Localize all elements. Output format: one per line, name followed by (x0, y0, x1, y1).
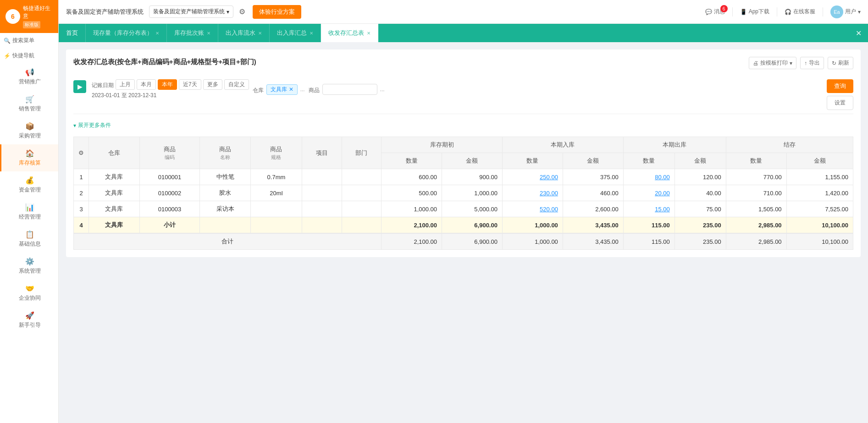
online-service-button[interactable]: 🎧 在线客服 (785, 8, 815, 16)
message-icon: 💬 (705, 9, 712, 15)
table-row: 1文具库0100001中性笔0.7mm600.00900.00250.00375… (74, 169, 853, 185)
table-row: 4文具库小计2,100.006,900.001,000.003,435.0011… (74, 217, 853, 234)
cell-out-qty[interactable]: 15.00 (623, 201, 674, 217)
tab-stock-dist-label: 现存量（库存分布表） (93, 29, 153, 37)
sidebar-label-operations: 经营管理 (19, 213, 41, 221)
divider-3 (823, 7, 823, 16)
filter-toggle-button[interactable]: ▶ (73, 80, 86, 93)
table-row: 3文具库0100003采访本1,000.005,000.00520.002,60… (74, 201, 853, 217)
warehouse-tag[interactable]: 文具库 ✕ (266, 84, 298, 95)
tab-batch[interactable]: 库存批次账 ✕ (167, 24, 218, 42)
cell-department (342, 169, 381, 185)
th-opening-amt: 金额 (442, 153, 503, 169)
topbar-right: 💬 消息 6 📱 App下载 🎧 在线客服 Ea 用户 ▾ (705, 5, 861, 18)
tab-stock-dist[interactable]: 现存量（库存分布表） ✕ (86, 24, 167, 42)
cell-opening-amt: 5,000.00 (442, 201, 503, 217)
cell-in-qty[interactable]: 250.00 (502, 169, 563, 185)
cell-balance-amt: 10,100.00 (786, 217, 853, 234)
tabs-bar-close-all[interactable]: ✕ (849, 24, 868, 42)
tab-inout-flow-close[interactable]: ✕ (258, 31, 262, 36)
tab-recv-send-close[interactable]: ✕ (367, 31, 370, 36)
cell-project (302, 217, 342, 234)
goods-filter-more[interactable]: ... (380, 86, 385, 93)
warehouse-tag-close-icon[interactable]: ✕ (289, 86, 293, 93)
sidebar-item-finance[interactable]: 💰 资金管理 (0, 171, 58, 198)
footer-in-amt: 3,435.00 (563, 233, 623, 250)
footer-opening-qty: 2,100.00 (381, 233, 442, 250)
cell-warehouse: 文具库 (89, 217, 140, 234)
user-chevron-icon: ▾ (858, 9, 861, 15)
message-button[interactable]: 💬 消息 6 (705, 8, 725, 16)
sidebar-item-base[interactable]: 📋 基础信息 (0, 225, 58, 253)
th-out-amt: 金额 (674, 153, 726, 169)
cell-out-qty[interactable]: 80.00 (623, 169, 674, 185)
goods-filter: 商品 ... (309, 84, 385, 95)
cell-project (302, 201, 342, 217)
th-settings[interactable]: ⚙ (74, 137, 89, 169)
sidebar-item-system[interactable]: ⚙️ 系统管理 (0, 253, 58, 280)
settings-button[interactable]: 设置 (827, 96, 853, 110)
th-group-opening: 库存期初 (381, 137, 503, 153)
cell-department (342, 185, 381, 201)
divider-2 (777, 7, 777, 16)
cell-index: 4 (74, 217, 89, 234)
sidebar-quicknav-item[interactable]: ⚡ 快捷导航 (0, 48, 58, 63)
warehouse-filter-more[interactable]: ... (300, 86, 305, 93)
search-label: 搜索菜单 (12, 37, 34, 44)
date-last-month[interactable]: 上月 (116, 79, 135, 90)
query-button[interactable]: 查询 (827, 79, 853, 93)
table-row: 2文具库0100002胶水20ml500.001,000.00230.00460… (74, 185, 853, 201)
sidebar-item-sales[interactable]: 🛒 销售管理 (0, 90, 58, 117)
date-custom[interactable]: 自定义 (224, 79, 249, 90)
cell-in-qty[interactable]: 520.00 (502, 201, 563, 217)
tab-stock-dist-close[interactable]: ✕ (155, 31, 159, 36)
sidebar-item-purchase[interactable]: 📦 采购管理 (0, 117, 58, 144)
expand-more-button[interactable]: ▾ 展开更多条件 (73, 120, 853, 131)
th-goods-name: 商品名称 (200, 137, 251, 169)
sidebar-item-inventory[interactable]: 🏠 库存核算 (0, 144, 58, 171)
page-title: 收发存汇总表(按仓库+商品编码+商品+规格型号+项目+部门) (73, 58, 256, 66)
user-menu[interactable]: Ea 用户 ▾ (830, 5, 861, 18)
print-chevron-icon: ▾ (790, 60, 792, 66)
print-button[interactable]: 🖨 按模板打印 ▾ (749, 57, 796, 69)
refresh-button[interactable]: ↻ 刷新 (828, 57, 853, 69)
cell-in-qty[interactable]: 230.00 (502, 185, 563, 201)
date-more[interactable]: 更多 (203, 79, 222, 90)
search-icon: 🔍 (4, 38, 11, 44)
trial-button[interactable]: 体验行业方案 (253, 5, 301, 19)
th-out-qty: 数量 (623, 153, 674, 169)
cell-goods-name (200, 217, 251, 234)
sidebar-search-item[interactable]: 🔍 搜索菜单 (0, 33, 58, 48)
cell-warehouse: 文具库 (89, 201, 140, 217)
logo-text: 畅捷通好生意 标准版 (23, 5, 53, 28)
table-gear-icon[interactable]: ⚙ (78, 149, 84, 156)
date-this-month[interactable]: 本月 (137, 79, 156, 90)
tab-home[interactable]: 首页 (59, 24, 86, 42)
cell-warehouse: 文具库 (89, 169, 140, 185)
footer-out-qty: 115.00 (623, 233, 674, 250)
sidebar-item-operations[interactable]: 📊 经营管理 (0, 198, 58, 225)
tab-batch-close[interactable]: ✕ (207, 31, 210, 36)
date-7days[interactable]: 近7天 (179, 79, 201, 90)
cell-goods-code: 0100002 (139, 185, 200, 201)
sidebar-item-marketing[interactable]: 📢 营销推广 (0, 63, 58, 90)
tab-recv-send[interactable]: 收发存汇总表 ✕ (321, 24, 378, 42)
goods-input[interactable] (322, 84, 377, 95)
cell-out-qty[interactable]: 20.00 (623, 185, 674, 201)
tab-inout-summary[interactable]: 出入库汇总 ✕ (270, 24, 321, 42)
gear-icon[interactable]: ⚙ (239, 7, 245, 16)
app-download-button[interactable]: 📱 App下载 (740, 8, 769, 16)
sidebar-item-guide[interactable]: 🚀 新手引导 (0, 307, 58, 334)
page-content: 收发存汇总表(按仓库+商品编码+商品+规格型号+项目+部门) 🖨 按模板打印 ▾… (59, 42, 868, 423)
export-button[interactable]: ↑ 导出 (800, 57, 824, 69)
system-select[interactable]: 装备及固定资产辅助管理系统 ▾ (149, 5, 233, 18)
tab-inout-summary-close[interactable]: ✕ (310, 31, 313, 36)
cell-in-amt: 2,600.00 (563, 201, 623, 217)
filter-fields: 记账日期 上月 本月 本年 近7天 更多 自定义 2023-01-01 至 20… (92, 79, 821, 99)
tab-inout-flow[interactable]: 出入库流水 ✕ (218, 24, 270, 42)
date-this-year[interactable]: 本年 (158, 79, 177, 90)
tab-inout-summary-label: 出入库汇总 (277, 29, 307, 37)
headset-icon: 🎧 (785, 9, 791, 15)
sidebar-item-collab[interactable]: 🤝 企业协同 (0, 280, 58, 307)
cell-warehouse: 文具库 (89, 185, 140, 201)
